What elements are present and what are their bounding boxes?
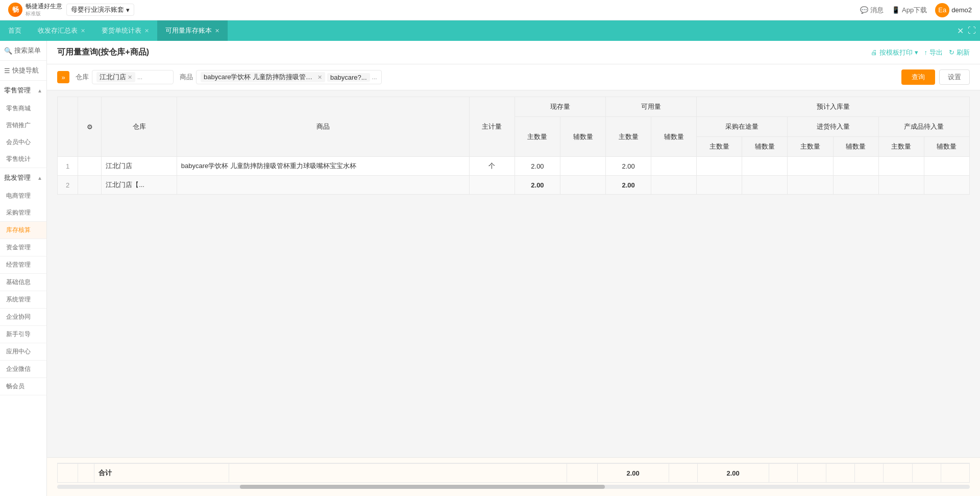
th-current-stock: 现存量 — [514, 97, 605, 117]
tab-order-stats[interactable]: 要货单统计表 ✕ — [93, 20, 157, 41]
sidebar-item-collab[interactable]: 企业协同 — [0, 309, 46, 325]
logo-text-area: 畅捷通好生意 标准版 — [26, 3, 62, 17]
warehouse-input[interactable]: 江北门店 ✕ ... — [92, 70, 174, 84]
sidebar-item-system[interactable]: 系统管理 — [0, 291, 46, 308]
sidebar-search[interactable]: 🔍 搜索菜单 — [0, 41, 46, 61]
print-icon: 🖨 — [871, 49, 877, 56]
row-1-prod-sub — [924, 157, 969, 176]
table-row: 1 江北门店 babycare学饮杯 儿童防摔防撞吸管杯重力球吸嘴杯宝宝水杯 个… — [58, 157, 970, 176]
sidebar-item-ecommerce[interactable]: 电商管理 — [0, 187, 46, 204]
summary-empty-2 — [78, 463, 94, 483]
row-2-pur-main — [697, 176, 742, 195]
sidebar-item-ecommerce-mall[interactable]: 零售商城 — [0, 100, 46, 117]
summary-prod-sub — [941, 463, 969, 483]
th-available: 可用量 — [606, 97, 697, 117]
page-header: 可用量查询(按仓库+商品) 🖨 按模板打印 ▾ ↑ 导出 ↻ 刷新 — [47, 41, 980, 64]
settings-button[interactable]: 设置 — [939, 69, 970, 85]
tab-receipts[interactable]: 收发存汇总表 ✕ — [30, 20, 93, 41]
th-incoming-main: 主数量 — [788, 137, 833, 157]
row-2-prod-main — [878, 176, 924, 195]
summary-pur-main — [797, 463, 826, 483]
user-area[interactable]: Ea demo2 — [935, 3, 972, 17]
row-2-avail-sub — [651, 176, 697, 195]
warehouse-filter: 仓库 江北门店 ✕ ... — [76, 70, 174, 84]
sidebar-item-guide[interactable]: 新手引导 — [0, 326, 46, 343]
app-download-button[interactable]: 📱 App下载 — [892, 6, 927, 15]
tab-available-stock[interactable]: 可用量库存账本 ✕ — [157, 20, 228, 41]
th-gear[interactable]: ⚙ — [78, 97, 102, 157]
export-icon: ↑ — [924, 49, 928, 56]
main-layout: 🔍 搜索菜单 ☰ 快捷导航 零售管理 ▲ 零售商城 营销推广 会员中心 零售统计… — [0, 41, 980, 496]
dropdown-icon: ▾ — [126, 6, 130, 14]
row-2-current-sub — [560, 176, 606, 195]
filter-area: » 仓库 江北门店 ✕ ... 商品 babycare学饮杯 儿童防摔防撞吸管杯… — [47, 64, 980, 90]
phone-icon: 📱 — [892, 6, 900, 14]
search-label: 搜索菜单 — [14, 46, 41, 55]
tab-fullscreen[interactable]: ⛶ — [968, 26, 976, 35]
th-purchase-group: 采购在途量 — [697, 117, 788, 137]
sidebar-item-wechat[interactable]: 企业微信 — [0, 361, 46, 377]
industry-label: 母婴行业演示账套 — [71, 5, 124, 14]
message-icon: 💬 — [860, 6, 868, 14]
product-input[interactable]: babycare学饮杯 儿童防摔防撞吸管杯重力球吸嘴杯宝宝水杯 ✕ babyca… — [196, 70, 382, 84]
summary-prod-main — [912, 463, 941, 483]
sidebar-group-member: 畅会员 — [0, 378, 46, 395]
product-more[interactable]: ... — [372, 74, 377, 81]
nav-tabs-right: ✕ ⛶ — [957, 26, 980, 36]
sidebar-item-basic[interactable]: 基础信息 — [0, 274, 46, 291]
th-expected-in: 预计入库量 — [697, 97, 970, 117]
row-1-num: 1 — [58, 157, 78, 176]
sidebar-item-purchase[interactable]: 采购管理 — [0, 204, 46, 221]
sidebar-group-wholesale-title[interactable]: 批发管理 ▲ — [0, 168, 46, 187]
sidebar-item-member[interactable]: 畅会员 — [0, 378, 46, 395]
th-avail-sub: 辅数量 — [651, 117, 697, 157]
row-1-unit: 个 — [469, 157, 514, 176]
refresh-icon: ↻ — [949, 49, 954, 56]
logo-sub: 标准版 — [26, 10, 62, 17]
th-incoming-group: 进货待入量 — [788, 117, 878, 137]
warehouse-more[interactable]: ... — [137, 74, 142, 81]
tab-receipts-close[interactable]: ✕ — [81, 28, 85, 34]
th-avail-main: 主数量 — [606, 117, 651, 157]
sidebar-item-retail-stats[interactable]: 零售统计 — [0, 151, 46, 168]
th-rownum — [58, 97, 78, 157]
row-1-avail-main: 2.00 — [606, 157, 651, 176]
sidebar-group-wholesale: 批发管理 ▲ 电商管理 采购管理 — [0, 168, 46, 222]
user-name: demo2 — [951, 6, 972, 14]
th-production-main: 主数量 — [878, 137, 924, 157]
filter-expand-button[interactable]: » — [57, 71, 69, 83]
app-label: App下载 — [902, 6, 927, 15]
export-button[interactable]: ↑ 导出 — [924, 48, 943, 57]
message-button[interactable]: 💬 消息 — [860, 6, 884, 15]
query-button[interactable]: 查询 — [901, 69, 935, 85]
sidebar-item-members[interactable]: 会员中心 — [0, 134, 46, 151]
row-1-current-sub — [560, 157, 606, 176]
summary-row: 合计 2.00 2.00 — [58, 463, 970, 483]
product-tag-1-close[interactable]: ✕ — [317, 74, 322, 81]
industry-selector[interactable]: 母婴行业演示账套 ▾ — [66, 4, 134, 16]
th-current-sub: 辅数量 — [560, 117, 606, 157]
tab-order-stats-close[interactable]: ✕ — [144, 28, 149, 34]
th-warehouse: 仓库 — [102, 97, 177, 157]
row-1-pur-sub — [742, 157, 788, 176]
sidebar-item-ops[interactable]: 经营管理 — [0, 256, 46, 273]
horizontal-scrollbar[interactable] — [57, 485, 970, 489]
print-button[interactable]: 🖨 按模板打印 ▾ — [871, 48, 918, 57]
refresh-button[interactable]: ↻ 刷新 — [949, 48, 970, 57]
sidebar-item-appstore[interactable]: 应用中心 — [0, 343, 46, 360]
sidebar-item-stock[interactable]: 库存核算 — [0, 222, 46, 239]
tab-close-all[interactable]: ✕ — [957, 26, 964, 36]
sidebar-item-marketing[interactable]: 营销推广 — [0, 117, 46, 134]
search-icon: 🔍 — [4, 47, 12, 55]
sidebar-group-retail-title[interactable]: 零售管理 ▲ — [0, 81, 46, 100]
row-1-warehouse: 江北门店 — [102, 157, 177, 176]
summary-pur-sub — [826, 463, 854, 483]
warehouse-tag-close[interactable]: ✕ — [128, 74, 132, 81]
scroll-thumb[interactable] — [240, 485, 605, 489]
tab-available-stock-close[interactable]: ✕ — [215, 28, 219, 34]
sidebar: 🔍 搜索菜单 ☰ 快捷导航 零售管理 ▲ 零售商城 营销推广 会员中心 零售统计… — [0, 41, 47, 496]
sidebar-quicknav[interactable]: ☰ 快捷导航 — [0, 61, 46, 81]
tab-home[interactable]: 首页 — [0, 20, 30, 41]
sidebar-item-finance[interactable]: 资金管理 — [0, 239, 46, 256]
retail-arrow: ▲ — [37, 88, 42, 93]
